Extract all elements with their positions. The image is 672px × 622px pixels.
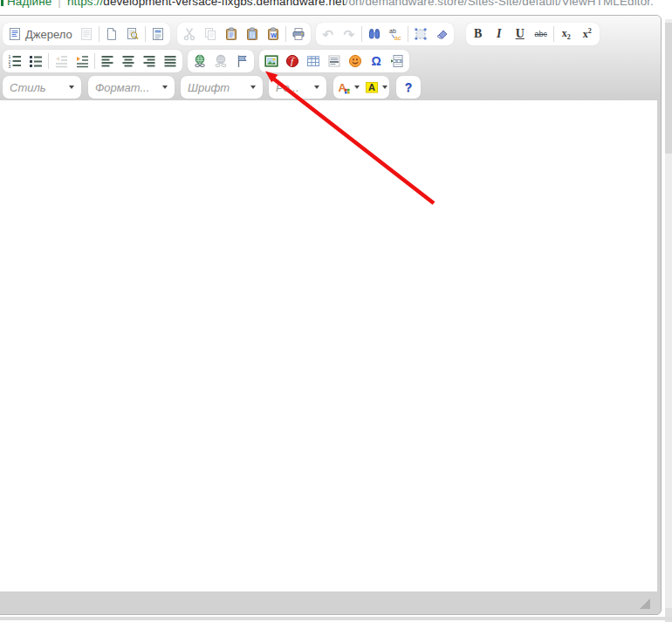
- page-break-icon: [390, 54, 404, 68]
- link-button[interactable]: [189, 51, 210, 72]
- size-dropdown[interactable]: Ро...: [269, 76, 326, 99]
- undo-button[interactable]: ↶: [318, 24, 339, 44]
- help-button[interactable]: ?: [398, 77, 419, 98]
- print-icon: [291, 27, 305, 41]
- strikethrough-button[interactable]: abc: [531, 24, 552, 44]
- align-right-icon: [142, 54, 156, 68]
- paste-button[interactable]: [221, 24, 242, 44]
- chevron-down-icon[interactable]: [382, 85, 387, 89]
- svg-text:ac: ac: [394, 35, 401, 41]
- select-all-button[interactable]: [410, 24, 431, 44]
- smiley-button[interactable]: [345, 51, 366, 72]
- security-label: Надійне: [7, 0, 51, 8]
- preview-icon: [126, 27, 140, 41]
- copy-button[interactable]: [200, 24, 221, 44]
- subscript-button[interactable]: x2: [556, 24, 577, 44]
- underline-button[interactable]: U: [510, 24, 531, 44]
- cut-button[interactable]: [179, 24, 200, 44]
- remove-format-icon: [435, 27, 449, 41]
- chevron-down-icon: [314, 85, 319, 89]
- text-color-button[interactable]: A: [335, 77, 353, 98]
- format-dropdown-label: Формат...: [95, 81, 149, 94]
- page-scrollbar-thumb[interactable]: [665, 23, 672, 154]
- align-left-icon: [100, 54, 114, 68]
- page-scrollbar[interactable]: [665, 19, 672, 622]
- page: Надійне|https://development-versace-fixg…: [0, 0, 672, 622]
- toolbar-row-2: 123: [3, 50, 409, 72]
- svg-text:W: W: [271, 32, 277, 38]
- paste-plain-text-button[interactable]: [242, 24, 263, 44]
- numbered-list-button[interactable]: 123: [4, 51, 25, 72]
- separator: [553, 26, 554, 42]
- paste-icon: [224, 27, 238, 41]
- replace-icon: abac: [388, 27, 402, 41]
- font-dropdown[interactable]: Шрифт: [181, 76, 263, 99]
- lock-icon: [1, 0, 3, 6]
- templates-icon: [151, 27, 165, 41]
- find-button[interactable]: [364, 24, 385, 44]
- replace-button[interactable]: abac: [385, 24, 406, 44]
- anchor-button[interactable]: [231, 51, 252, 72]
- bold-button[interactable]: B: [468, 24, 489, 44]
- page-break-button[interactable]: [387, 51, 408, 72]
- source-button[interactable]: Джерело: [4, 24, 76, 44]
- underline-icon: U: [516, 27, 525, 41]
- subscript-icon: x2: [562, 27, 571, 41]
- bulleted-list-icon: [29, 54, 43, 68]
- align-center-button[interactable]: [118, 51, 139, 72]
- numbered-list-icon: 123: [8, 54, 22, 68]
- separator: [408, 26, 408, 42]
- templates-button[interactable]: [147, 24, 168, 44]
- table-button[interactable]: [303, 51, 324, 72]
- special-character-button[interactable]: Ω: [366, 51, 387, 72]
- flash-button[interactable]: f: [282, 51, 303, 72]
- background-color-icon: A: [365, 80, 379, 94]
- superscript-button[interactable]: x2: [577, 24, 598, 44]
- save-icon: [79, 27, 93, 41]
- group-document: Джерело: [3, 23, 170, 45]
- background-color-button[interactable]: A: [363, 77, 381, 98]
- omega-icon: Ω: [371, 55, 381, 67]
- paste-from-word-button[interactable]: W: [263, 24, 284, 44]
- table-icon: [306, 54, 320, 68]
- decrease-indent-button[interactable]: [51, 51, 72, 72]
- group-about: ?: [396, 76, 421, 99]
- new-page-button[interactable]: [101, 24, 122, 44]
- svg-text:ab: ab: [389, 28, 396, 34]
- align-left-button[interactable]: [97, 51, 118, 72]
- image-button[interactable]: [261, 51, 282, 72]
- format-dropdown[interactable]: Формат...: [88, 76, 175, 99]
- toolbar-row-1: Джерело: [3, 23, 600, 45]
- resize-handle[interactable]: [640, 598, 650, 609]
- save-button[interactable]: [76, 24, 97, 44]
- remove-format-button[interactable]: [431, 24, 452, 44]
- italic-button[interactable]: I: [489, 24, 510, 44]
- svg-text:3: 3: [9, 64, 11, 68]
- page-bottom-edge: [0, 617, 672, 620]
- html-editor: Джерело: [0, 15, 662, 615]
- unlink-button[interactable]: [210, 51, 231, 72]
- chevron-down-icon[interactable]: [354, 85, 360, 89]
- separator: [99, 26, 99, 42]
- align-right-button[interactable]: [139, 51, 160, 72]
- style-dropdown[interactable]: Стиль: [3, 76, 81, 99]
- undo-icon: ↶: [322, 28, 333, 41]
- text-color-icon: A: [337, 80, 351, 94]
- editing-area[interactable]: [0, 100, 657, 591]
- justify-button[interactable]: [160, 51, 181, 72]
- browser-address-bar[interactable]: Надійне|https://development-versace-fixg…: [1, 0, 654, 8]
- url-path: /on/demandware.store/Sites-Site/default/…: [346, 0, 654, 8]
- chevron-down-icon: [69, 85, 74, 89]
- redo-button[interactable]: ↷: [339, 24, 360, 44]
- link-icon: [193, 54, 207, 68]
- print-button[interactable]: [288, 24, 309, 44]
- horizontal-rule-button[interactable]: [324, 51, 345, 72]
- increase-indent-button[interactable]: [72, 51, 93, 72]
- separator: [94, 53, 95, 69]
- redo-icon: ↷: [343, 28, 354, 41]
- bulleted-list-button[interactable]: [25, 51, 46, 72]
- source-icon: [8, 27, 22, 41]
- preview-button[interactable]: [122, 24, 143, 44]
- separator: [48, 53, 49, 69]
- paste-from-word-icon: W: [266, 27, 280, 41]
